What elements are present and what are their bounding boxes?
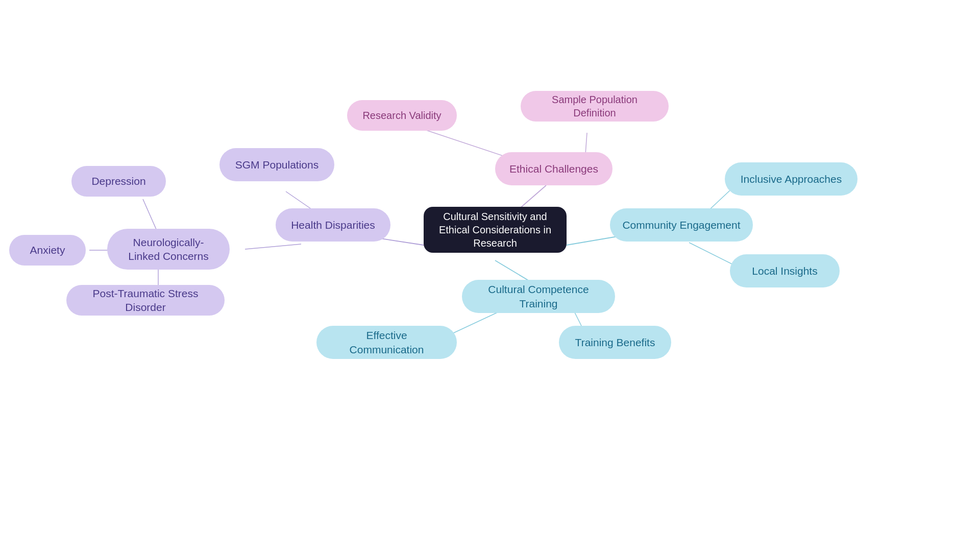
inclusive-approaches-node: Inclusive Approaches [725,162,857,196]
sample-population-node: Sample Population Definition [521,91,669,122]
neuro-linked-node: Neurologically-Linked Concerns [107,229,230,270]
effective-communication-node: Effective Communication [316,326,457,359]
ethical-challenges-node: Ethical Challenges [495,152,612,185]
community-engagement-node: Community Engagement [610,208,753,242]
svg-line-11 [245,244,301,249]
training-benefits-node: Training Benefits [559,326,671,359]
ptsd-node: Post-Traumatic Stress Disorder [66,285,225,316]
svg-line-7 [689,243,735,266]
local-insights-node: Local Insights [730,254,840,287]
center-node: Cultural Sensitivity and Ethical Conside… [424,207,567,253]
sgm-populations-node: SGM Populations [219,148,334,181]
depression-node: Depression [71,166,166,197]
research-validity-node: Research Validity [347,100,457,131]
svg-line-1 [567,236,618,245]
cultural-competence-node: Cultural Competence Training [462,280,615,313]
health-disparities-node: Health Disparities [276,208,390,242]
anxiety-node: Anxiety [9,235,86,266]
